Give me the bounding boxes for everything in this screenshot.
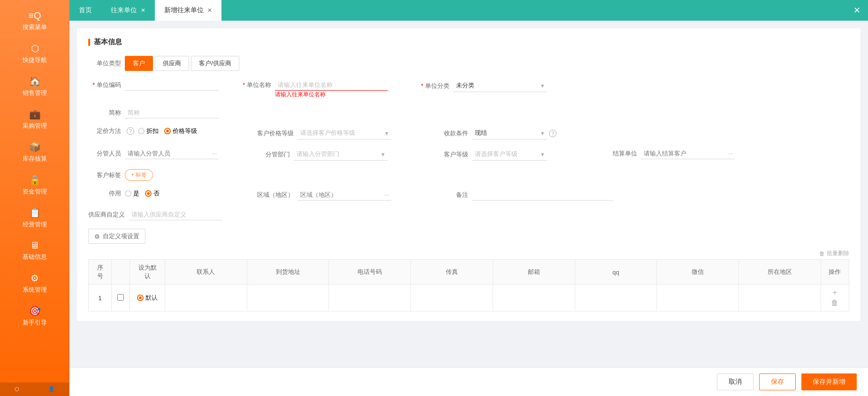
address-input[interactable] (253, 295, 323, 302)
row-add-btn[interactable]: + (832, 287, 838, 298)
sidebar-item-inventory[interactable]: 📦 库存核算 (0, 136, 69, 169)
row-phone[interactable] (329, 285, 411, 311)
manager-input[interactable] (125, 148, 210, 159)
pricing-radio-discount[interactable]: 折扣 (138, 127, 159, 135)
supplier-custom-input[interactable] (129, 209, 222, 220)
short-name-input[interactable] (125, 107, 219, 118)
email-input[interactable] (499, 295, 569, 302)
settlement-input[interactable] (641, 148, 726, 159)
row-region[interactable] (739, 285, 821, 311)
sidebar-item-basic[interactable]: 🖥 基础信息 (0, 234, 69, 267)
cancel-button[interactable]: 取消 (717, 373, 754, 390)
row-wechat[interactable] (657, 285, 739, 311)
contacts-table: 序号 设为默认 联系人 到货地址 电话号码 传真 邮箱 qq 微信 所在地区 操… (88, 259, 849, 311)
disabled-yes-circle (125, 190, 131, 197)
customer-price-level-select[interactable]: 请选择客户价格等级 ▾ (297, 127, 391, 140)
sidebar-item-purchase[interactable]: 💼 采购管理 (0, 103, 69, 136)
pricing-radio-group: 折扣 价格等级 (138, 127, 197, 135)
row-default-cell: 默认 (130, 285, 165, 311)
row-default-radio[interactable]: 默认 (136, 294, 159, 302)
field-remark: 备注 (435, 189, 849, 201)
wechat-input[interactable] (662, 295, 733, 302)
sidebar-item-sales[interactable]: 🏠 销售管理 (0, 70, 69, 103)
btn-customer-supplier[interactable]: 客户/供应商 (191, 56, 239, 71)
sidebar-item-guide[interactable]: 🎯 新手引导 (0, 300, 69, 333)
tab-new-partner-close[interactable]: ✕ (207, 7, 212, 14)
discount-radio-circle (138, 128, 145, 134)
sidebar-item-quicknav[interactable]: ⬡ 快捷导航 (0, 37, 69, 70)
manager-more-btn[interactable]: ··· (210, 150, 219, 157)
payment-terms-select[interactable]: 现结 ▾ (472, 127, 547, 140)
btn-customer[interactable]: 客户 (125, 56, 153, 71)
tab-new-partner[interactable]: 新增往来单位 ✕ (155, 0, 221, 21)
sidebar-user-btn[interactable]: 👤 (48, 386, 55, 392)
sidebar-bottom: ⬡ 👤 (0, 382, 69, 396)
sidebar-item-system[interactable]: ⚙ 系统管理 (0, 267, 69, 300)
window-close-button[interactable]: ✕ (846, 5, 868, 16)
row-fax[interactable] (411, 285, 493, 311)
customer-level-select[interactable]: 请选择客户等级 ▾ (472, 148, 547, 161)
add-tag-button[interactable]: + 标签 (125, 169, 153, 181)
custom-settings-button[interactable]: ⚙ 自定义项设置 (88, 229, 145, 244)
ops-icon: 📋 (29, 207, 41, 218)
field-unit-type: 单位类型 客户 供应商 客户/供应商 (88, 56, 849, 71)
save-button[interactable]: 保存 (759, 373, 796, 390)
dept-select[interactable]: 请输入分管部门 ▾ (294, 148, 388, 161)
unit-code-input[interactable]: 000009 (125, 79, 219, 91)
row-region-input[interactable] (745, 295, 815, 302)
cust-price-label: 客户价格等级 (257, 129, 294, 138)
region-more-btn[interactable]: ··· (382, 191, 391, 198)
batch-delete-area: 🗑 批量删除 (88, 249, 849, 257)
field-pricing-method: 定价方法 ? 折扣 价格等级 (88, 127, 257, 135)
qq-input[interactable] (581, 295, 651, 302)
cust-price-placeholder: 请选择客户价格等级 (300, 129, 355, 137)
batch-delete-label[interactable]: 批量删除 (827, 249, 849, 257)
sidebar-home-btn[interactable]: ⬡ (15, 386, 19, 392)
sidebar-item-search[interactable]: ≡Q 搜索菜单 (0, 5, 69, 37)
region-label: 区域（地区） (257, 191, 294, 199)
col-contact: 联系人 (165, 260, 247, 285)
save-add-button[interactable]: 保存并新增 (801, 373, 857, 390)
sidebar-item-ops[interactable]: 📋 经营管理 (0, 202, 69, 234)
tab-home[interactable]: 首页 (69, 0, 101, 21)
row-checkbox[interactable] (117, 294, 124, 301)
sidebar-item-label: 采购管理 (23, 122, 47, 130)
custom-settings-label: 自定义项设置 (103, 232, 139, 241)
phone-input[interactable] (335, 295, 405, 302)
short-name-label: 简称 (88, 109, 121, 117)
row-delete-btn[interactable]: 🗑 (830, 298, 839, 308)
row-email[interactable] (493, 285, 575, 311)
discount-label: 折扣 (146, 127, 159, 135)
row-contact[interactable] (165, 285, 247, 311)
region-input[interactable] (297, 189, 382, 200)
unit-category-select[interactable]: 未分类 ▾ (453, 79, 547, 92)
batch-delete-icon: 🗑 (819, 250, 825, 257)
field-short-name: 简称 (88, 107, 238, 118)
pricing-help-icon[interactable]: ? (127, 127, 134, 135)
payment-help-icon[interactable]: ? (549, 130, 556, 137)
payment-label: 收款条件 (435, 129, 468, 138)
disabled-no-label: 否 (153, 189, 160, 198)
disabled-no[interactable]: 否 (145, 189, 160, 198)
form-card: 基本信息 单位类型 客户 供应商 客户/供应商 单位编码 000009 (77, 28, 860, 321)
row-address[interactable] (247, 285, 329, 311)
remark-input[interactable] (472, 189, 613, 201)
tab-partners[interactable]: 往来单位 ✕ (101, 0, 155, 21)
btn-supplier[interactable]: 供应商 (155, 56, 189, 71)
contact-input[interactable] (171, 295, 241, 302)
pricing-radio-level[interactable]: 价格等级 (164, 127, 197, 135)
tab-partners-close[interactable]: ✕ (141, 7, 145, 14)
sidebar-item-finance[interactable]: 🔒 资金管理 (0, 169, 69, 202)
guide-icon: 🎯 (29, 305, 41, 317)
settlement-more-btn[interactable]: ··· (726, 150, 735, 157)
remark-label: 备注 (435, 191, 468, 199)
field-supplier-custom: 供应商自定义 (88, 209, 285, 220)
row-qq[interactable] (575, 285, 657, 311)
fax-input[interactable] (417, 295, 487, 302)
unit-type-label: 单位类型 (88, 59, 121, 68)
disabled-yes[interactable]: 是 (125, 189, 139, 198)
unit-cat-label: 单位分类 (417, 82, 449, 90)
unit-name-input[interactable] (275, 79, 388, 91)
sidebar-item-label: 基础信息 (23, 253, 47, 261)
row-supplier-custom: 供应商自定义 (88, 209, 849, 220)
